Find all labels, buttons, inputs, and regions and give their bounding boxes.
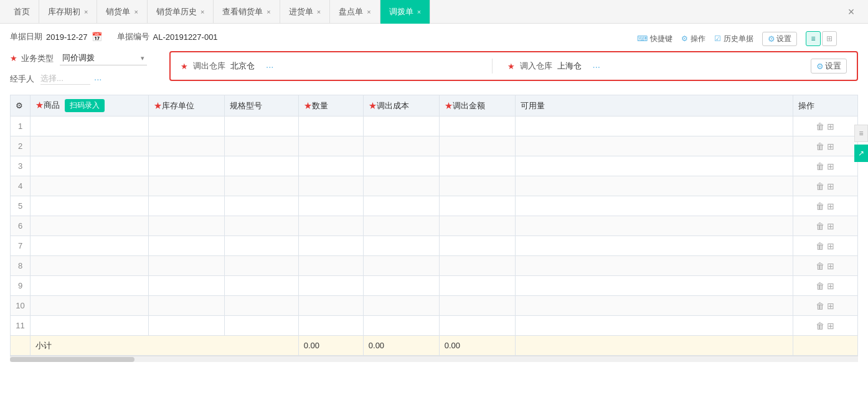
scroll-thumb[interactable] [10,357,134,362]
shortcut-btn[interactable]: ⌨ 快捷键 [637,34,672,44]
grid-view-btn[interactable]: ⊞ [822,31,837,46]
delete-row-btn[interactable]: 🗑 [816,261,824,271]
cell-unit[interactable] [148,196,224,216]
cell-qty[interactable] [298,296,363,316]
cell-qty[interactable] [298,196,363,216]
operations-btn[interactable]: ⚙ 操作 [681,34,705,44]
tab-purchase-order[interactable]: 进货单 × [280,0,330,24]
cell-available[interactable] [515,216,793,236]
app-close-button[interactable]: × [839,0,863,24]
cell-cost[interactable] [363,216,439,236]
delete-row-btn[interactable]: 🗑 [816,121,824,131]
date-value[interactable]: 2019-12-27 [46,32,88,42]
delete-row-btn[interactable]: 🗑 [816,221,824,231]
cell-product[interactable] [31,176,149,196]
cell-qty[interactable] [298,156,363,176]
cell-qty[interactable] [298,256,363,276]
delete-row-btn[interactable]: 🗑 [816,241,824,251]
tab-sales-order-close[interactable]: × [134,8,138,16]
cell-unit[interactable] [148,136,224,156]
tab-purchase-order-close[interactable]: × [317,8,321,16]
in-warehouse-more-icon[interactable]: ··· [593,61,601,72]
history-btn[interactable]: ☑ 历史单据 [714,34,753,44]
tab-inventory-count-close[interactable]: × [367,8,370,16]
biz-type-select[interactable]: 同价调拨 ▾ [60,51,147,65]
cell-spec[interactable] [224,216,298,236]
cell-qty[interactable] [298,316,363,336]
cell-spec[interactable] [224,316,298,336]
cell-cost[interactable] [363,117,439,136]
right-panel-expand-btn[interactable]: ↗ [854,145,868,162]
delete-row-btn[interactable]: 🗑 [816,181,824,191]
copy-row-btn[interactable]: ⊞ [827,261,834,271]
cell-unit[interactable] [148,236,224,256]
person-more-icon[interactable]: ··· [94,74,102,84]
delete-row-btn[interactable]: 🗑 [816,201,824,211]
cell-qty[interactable] [298,176,363,196]
copy-row-btn[interactable]: ⊞ [827,181,834,191]
delete-row-btn[interactable]: 🗑 [816,321,824,331]
warehouse-settings-btn[interactable]: ⚙ 设置 [811,59,847,74]
cell-spec[interactable] [224,117,298,136]
cell-unit[interactable] [148,296,224,316]
cell-unit[interactable] [148,256,224,276]
cell-amount[interactable] [439,117,515,136]
cell-spec[interactable] [224,256,298,276]
in-warehouse-value[interactable]: 上海仓 [557,60,582,72]
delete-row-btn[interactable]: 🗑 [816,141,824,151]
cell-cost[interactable] [363,136,439,156]
cell-amount[interactable] [439,316,515,336]
list-view-btn[interactable]: ≡ [806,31,821,46]
cell-amount[interactable] [439,136,515,156]
delete-row-btn[interactable]: 🗑 [816,161,824,171]
cell-cost[interactable] [363,176,439,196]
cell-unit[interactable] [148,117,224,136]
copy-row-btn[interactable]: ⊞ [827,241,834,251]
tab-inventory-init-close[interactable]: × [84,8,88,16]
cell-product[interactable] [31,316,149,336]
cell-product[interactable] [31,236,149,256]
cell-spec[interactable] [224,296,298,316]
tab-inventory-init[interactable]: 库存期初 × [39,0,97,24]
copy-row-btn[interactable]: ⊞ [827,161,834,171]
cell-available[interactable] [515,316,793,336]
cell-amount[interactable] [439,176,515,196]
cell-available[interactable] [515,196,793,216]
tab-view-sales[interactable]: 查看销货单 × [214,0,280,24]
cell-available[interactable] [515,276,793,296]
cell-available[interactable] [515,296,793,316]
cell-product[interactable] [31,256,149,276]
tab-transfer-order[interactable]: 调拨单 × [380,0,430,24]
scan-button[interactable]: 扫码录入 [65,99,105,112]
cell-product[interactable] [31,276,149,296]
tab-sales-history[interactable]: 销货单历史 × [148,0,214,24]
cell-available[interactable] [515,176,793,196]
person-placeholder[interactable]: 选择... [40,73,90,85]
horizontal-scrollbar[interactable] [10,356,858,362]
tab-transfer-order-close[interactable]: × [417,8,421,16]
cell-spec[interactable] [224,136,298,156]
cell-spec[interactable] [224,196,298,216]
delete-row-btn[interactable]: 🗑 [816,281,824,291]
cell-qty[interactable] [298,117,363,136]
cell-spec[interactable] [224,236,298,256]
settings-btn[interactable]: ⚙ 设置 [762,32,797,46]
cell-spec[interactable] [224,176,298,196]
cell-amount[interactable] [439,156,515,176]
cell-cost[interactable] [363,276,439,296]
cell-unit[interactable] [148,176,224,196]
cell-product[interactable] [31,196,149,216]
out-warehouse-more-icon[interactable]: ··· [266,61,274,72]
copy-row-btn[interactable]: ⊞ [827,121,834,131]
cell-qty[interactable] [298,276,363,296]
cell-amount[interactable] [439,256,515,276]
cell-amount[interactable] [439,296,515,316]
cell-qty[interactable] [298,136,363,156]
copy-row-btn[interactable]: ⊞ [827,281,834,291]
cell-cost[interactable] [363,236,439,256]
copy-row-btn[interactable]: ⊞ [827,201,834,211]
calendar-icon[interactable]: 📅 [92,32,102,42]
cell-cost[interactable] [363,316,439,336]
cell-spec[interactable] [224,276,298,296]
cell-available[interactable] [515,256,793,276]
